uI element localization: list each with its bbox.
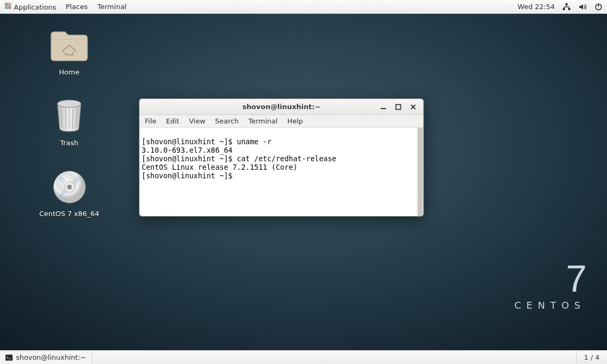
svg-rect-3 — [9, 6, 11, 9]
menu-view[interactable]: View — [189, 117, 206, 125]
close-button[interactable] — [409, 103, 417, 111]
svg-point-9 — [58, 100, 81, 107]
version-number: 7 — [514, 260, 586, 297]
bottom-panel: shovon@linuxhint:~ 1 / 4 — [0, 350, 607, 364]
workspace-indicator[interactable]: 1 / 4 — [576, 351, 607, 364]
network-icon[interactable] — [562, 3, 571, 11]
menubar: File Edit View Search Terminal Help — [140, 115, 423, 128]
terminal-icon — [5, 354, 13, 361]
places-menu[interactable]: Places — [65, 3, 87, 11]
menu-file[interactable]: File — [145, 117, 157, 125]
distro-name: CENTOS — [514, 300, 586, 311]
centos-disc[interactable]: CentOS 7 x86_64 — [32, 168, 106, 218]
svg-rect-6 — [568, 8, 570, 10]
scrollbar[interactable] — [417, 128, 423, 216]
svg-rect-20 — [6, 354, 13, 360]
menu-terminal[interactable]: Terminal — [248, 117, 277, 125]
applications-menu[interactable]: Applications — [4, 2, 56, 11]
svg-rect-0 — [5, 3, 7, 5]
volume-icon[interactable] — [578, 3, 587, 11]
svg-rect-1 — [9, 3, 11, 5]
clock[interactable]: Wed 22:54 — [518, 3, 555, 11]
task-label: shovon@linuxhint:~ — [16, 353, 86, 361]
svg-rect-19 — [396, 104, 401, 109]
terminal-menu[interactable]: Terminal — [97, 3, 127, 11]
centos-icon — [4, 2, 12, 10]
folder-icon — [48, 27, 91, 64]
svg-point-17 — [67, 185, 72, 189]
home-label: Home — [32, 68, 106, 76]
svg-rect-2 — [5, 6, 7, 9]
trash[interactable]: Trash — [32, 97, 106, 147]
centos-branding: 7 CENTOS — [514, 260, 586, 311]
minimize-button[interactable] — [380, 103, 387, 111]
trash-label: Trash — [32, 139, 106, 147]
scrollbar-thumb[interactable] — [418, 128, 423, 216]
maximize-button[interactable] — [395, 103, 402, 111]
titlebar[interactable]: shovon@linuxhint:~ — [140, 99, 423, 115]
top-panel: Applications Places Terminal Wed 22:54 — [0, 0, 607, 14]
svg-rect-5 — [563, 8, 565, 10]
menu-help[interactable]: Help — [287, 117, 303, 125]
home-folder[interactable]: Home — [32, 27, 106, 76]
desktop-icons: Home Trash — [32, 27, 106, 239]
task-terminal[interactable]: shovon@linuxhint:~ — [0, 351, 92, 364]
menu-search[interactable]: Search — [215, 117, 239, 125]
terminal-window[interactable]: shovon@linuxhint:~ File Edit View Search… — [139, 98, 424, 217]
terminal-output[interactable]: [shovon@linuxhint ~]$ uname -r 3.10.0-69… — [140, 128, 423, 216]
power-icon[interactable] — [594, 3, 603, 11]
menu-edit[interactable]: Edit — [166, 117, 179, 125]
cd-icon — [48, 168, 91, 205]
svg-rect-4 — [565, 3, 568, 5]
trash-icon — [48, 97, 91, 135]
disc-label: CentOS 7 x86_64 — [32, 210, 106, 218]
